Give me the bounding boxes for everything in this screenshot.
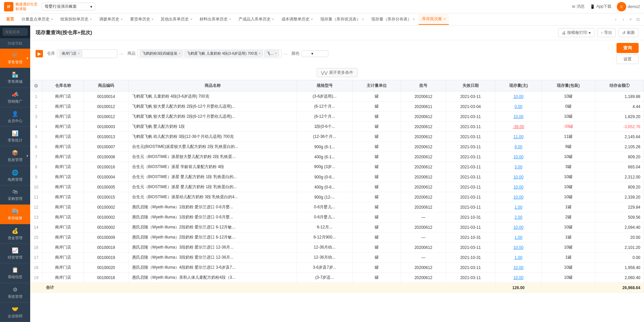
more-options-icon[interactable]: ··· (283, 51, 287, 56)
tab-qitachuku[interactable]: 其他出库单历史 × (157, 14, 196, 25)
color-dropdown[interactable]: ▾ (302, 50, 328, 57)
row-qty-main[interactable]: 10.00 (495, 243, 542, 253)
more-options-icon[interactable]: ··· (119, 51, 123, 56)
close-icon[interactable]: × (272, 17, 274, 21)
sidebar-quick-nav[interactable]: 快捷导航 (0, 38, 30, 49)
row-qty-main[interactable]: 10.00 (495, 92, 542, 102)
tab-yaohuo[interactable]: 要货单历史 × (127, 14, 157, 25)
row-amount: 809.20 (595, 152, 644, 162)
row-qty-main[interactable]: 10.00 (495, 172, 542, 182)
sidebar-item-retail-mall[interactable]: 🏪 零售商城 (0, 68, 30, 88)
row-qty-main[interactable]: 3.00 (495, 162, 542, 172)
tag-close-icon[interactable]: × (78, 52, 80, 55)
query-button[interactable]: 查询 (616, 43, 639, 53)
row-qty-main[interactable]: 10.00 (495, 112, 542, 122)
product-tag-input[interactable]: 飞鹤奶粉3段四罐提装 × 飞鹤星飞帆 儿童奶粉 4段(3-6岁适用) 700克 … (138, 49, 282, 58)
close-icon[interactable]: × (443, 17, 445, 21)
row-qty-main[interactable]: 1.00 (495, 253, 542, 263)
nav-right-arrow[interactable]: › (620, 16, 627, 23)
sidebar-item-business[interactable]: 📈 经营管理 (0, 244, 30, 263)
sidebar-item-marketing[interactable]: 📣 营销推广 (0, 88, 30, 107)
color-filter: 颜色 ▾ (291, 50, 328, 57)
expand-more-conditions-button[interactable]: ⋁⋁ 展开更多条件 (317, 68, 358, 77)
sidebar-item-ecommerce[interactable]: 🌐 电商管理 (0, 166, 30, 185)
tag-close-icon[interactable]: × (179, 52, 181, 55)
close-icon[interactable]: × (152, 17, 154, 21)
tab-diaob[interactable]: 调拨单历史 × (96, 14, 126, 25)
table-row: 12 南岸门店 00100002 惠氏启陵（Wyeth illuma）1段奶粉 … (30, 202, 644, 212)
industry-select[interactable]: 母婴行业演示账套 ▾ (42, 3, 95, 10)
close-icon[interactable]: × (413, 17, 415, 21)
row-unit: 罐 (352, 263, 401, 273)
close-icon[interactable]: × (190, 17, 192, 21)
row-amount: 20.00 (595, 232, 644, 243)
row-qty-main[interactable]: 10.00 (495, 192, 542, 202)
table-row: 10 南岸门店 00100005 合生元（BIOSTIME）派星 婴儿配方奶粉 … (30, 182, 644, 192)
row-qty-main[interactable]: 0.00 (495, 102, 542, 112)
sidebar-item-retail-mgmt[interactable]: 🛒 零售管理 ▼ (0, 49, 30, 68)
user-profile[interactable]: E demo2 (617, 2, 640, 11)
sidebar-item-enterprise[interactable]: 🤝 企业协同 (0, 303, 30, 322)
app-download-button[interactable]: 📱 App下载 (590, 4, 611, 9)
col-settings[interactable]: ⚙ (30, 80, 42, 92)
close-icon[interactable]: × (229, 17, 231, 21)
row-qty-pack: 3罐 (542, 162, 595, 172)
close-icon[interactable]: × (362, 17, 364, 21)
message-button[interactable]: ✉ 消息 (572, 4, 585, 9)
sidebar-item-purchase[interactable]: 🛍 采购管理 (0, 185, 30, 205)
tab-fenliang[interactable]: 分量盘点单历史 × (18, 14, 56, 25)
tab-chancheng[interactable]: 产成品入库单历史 × (235, 14, 277, 25)
tag-close-icon[interactable]: × (275, 52, 277, 55)
nav-close-tab[interactable]: × (627, 16, 634, 23)
tab-zuzhuang[interactable]: 组装拆卸单历史 × (57, 14, 95, 25)
tab-chengben[interactable]: 成本调整单历史 × (278, 14, 316, 25)
close-icon[interactable]: × (311, 17, 313, 21)
settings-icon[interactable]: ⚙ (34, 83, 38, 89)
close-icon[interactable]: × (90, 17, 92, 21)
row-qty-main[interactable]: 1.00 (495, 202, 542, 212)
tab-kucun-pici[interactable]: 库存批次账 × (419, 14, 449, 25)
tab-xiancun2[interactable]: 现存量（库存分布表）× (368, 14, 418, 25)
close-icon[interactable]: × (121, 17, 123, 21)
close-icon[interactable]: × (51, 17, 53, 21)
stats-icon: 📊 (12, 130, 18, 137)
row-amount: 2,094.40 (595, 222, 644, 232)
row-qty-main[interactable]: 9.00 (495, 142, 542, 152)
row-qty-main[interactable]: 2.00 (495, 212, 542, 222)
row-qty-main[interactable]: 10.00 (495, 152, 542, 162)
row-qty-main[interactable]: 11.00 (495, 132, 542, 142)
tab-xiancun1[interactable]: 现存量（库存状况表）× (317, 14, 367, 25)
tab-home[interactable]: 首页 (3, 14, 17, 25)
tab-cailiao[interactable]: 材料出库单历史 × (196, 14, 234, 25)
print-button[interactable]: 🖨 按模板打印 ▾ (558, 28, 594, 37)
search-input[interactable] (3, 28, 28, 36)
row-qty-main[interactable]: 1.00 (495, 232, 542, 243)
sidebar-item-inventory[interactable]: 🏬 库存核算 (0, 205, 30, 224)
nav-maximize[interactable]: ⊡ (635, 16, 641, 23)
tag-close-icon[interactable]: × (259, 52, 261, 55)
row-batch: 20200612 (401, 263, 446, 273)
sidebar-item-member[interactable]: 👤 会员中心 (0, 107, 30, 127)
sidebar-item-retail-stats[interactable]: 📊 零售统计 (0, 127, 30, 146)
row-batch: 20200612 (401, 122, 446, 132)
expand-filter-button[interactable]: ▶ (36, 50, 43, 57)
row-qty-main[interactable]: 10.00 (495, 263, 542, 273)
sidebar-item-base-info[interactable]: 📋 基础信息 (0, 263, 30, 283)
row-qty-pack: 1罐 (542, 232, 595, 243)
sidebar-item-finance[interactable]: 💰 资金管理 (0, 224, 30, 244)
export-button[interactable]: ↑ 导出 (597, 28, 616, 37)
row-qty-main[interactable]: 10.00 (495, 182, 542, 192)
row-warehouse: 南岸门店 (42, 112, 84, 122)
sidebar-item-system[interactable]: ⚙ 系统管理 (0, 283, 30, 303)
row-qty-main[interactable]: 10.00 (495, 222, 542, 232)
row-no: 1 (30, 92, 42, 102)
table-row: 9 南岸门店 00100004 合生元（BIOSTIME）派星 婴儿配方奶粉 1… (30, 172, 644, 182)
row-qty-main[interactable]: -39.00 (495, 122, 542, 132)
nav-left-arrow[interactable]: ‹ (612, 16, 619, 23)
settings-button[interactable]: 设置 (616, 54, 639, 64)
refresh-button[interactable]: ↺ 刷新 (619, 28, 639, 37)
row-qty-main[interactable]: 10.00 (495, 273, 542, 283)
row-expire: 2021-03-11 (446, 202, 495, 212)
sidebar-item-wholesale[interactable]: 📦 批发管理 ▼ (0, 146, 30, 166)
warehouse-tag-input[interactable]: 南岸门店 × (57, 49, 117, 58)
